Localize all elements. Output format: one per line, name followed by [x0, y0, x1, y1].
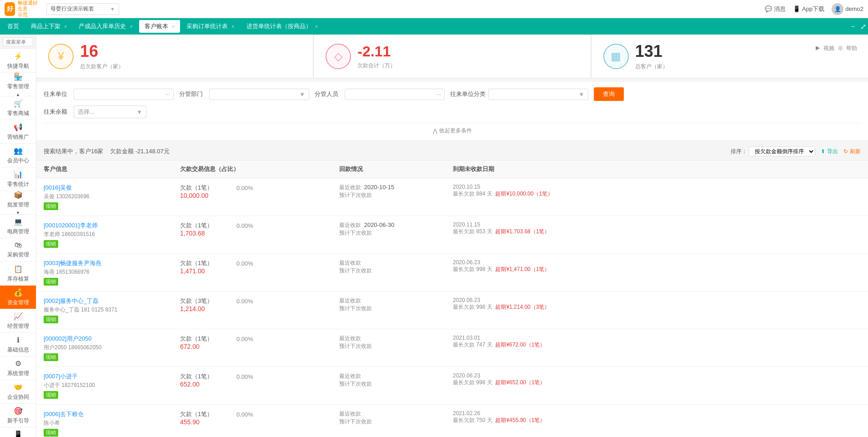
overdue-amount-link[interactable]: 超期¥672.00（1笔）	[495, 342, 545, 348]
customer-phone: 小进干 18279152100	[44, 382, 180, 389]
source-unit-input[interactable]	[74, 89, 162, 100]
tab-close-products-offline[interactable]: ×	[64, 24, 67, 29]
debt-cell: 欠款（1笔） 10,000.00 0.00%	[180, 184, 339, 199]
collection-cell: 最近收款 预计下次收款	[339, 410, 453, 426]
sidebar-item-system-mgmt[interactable]: ⚙ 系统管理	[0, 357, 36, 380]
overdue-amount-link[interactable]: 超期¥10,000.00（1笔）	[495, 191, 553, 197]
sidebar-item-retail-stats[interactable]: 📊 零售统计	[0, 167, 36, 191]
arrow-icon: ▲	[16, 92, 20, 97]
debt-cell: 欠款（1笔） 1,471.00 0.00%	[180, 259, 339, 275]
remaining-arrow-icon: ▼	[136, 109, 142, 116]
message-button[interactable]: 💬 消息	[765, 5, 786, 13]
inventory-icon: 📋	[14, 265, 23, 273]
tab-customer-account[interactable]: 客户账本 ×	[139, 20, 180, 33]
sidebar-item-purchase-mgmt[interactable]: 🛍 采购管理	[0, 238, 36, 262]
overdue-amount-link[interactable]: 超期¥1,214.00（3笔）	[495, 304, 550, 310]
sort-select[interactable]: 按欠款金额倒序排序	[749, 146, 815, 156]
refresh-button[interactable]: ↻ 刷新	[843, 148, 861, 156]
maximize-icon[interactable]: ⤢	[860, 22, 866, 31]
export-button[interactable]: ⬆ 导出	[821, 148, 838, 156]
tab-products-offline[interactable]: 商品上下架 ×	[25, 20, 72, 33]
user-avatar[interactable]: 👤 demo2	[832, 3, 863, 15]
collection-cell: 最近收款 2020-06-30 预计下次收款	[339, 221, 453, 237]
nav-tabs-bar: 首页 商品上下架 × 产成品入库单历史 × 客户账本 × 采购订单统计表 × 进…	[0, 18, 868, 35]
sidebar-item-inventory[interactable]: 📋 库存核算	[0, 262, 36, 286]
customer-link[interactable]: [0007]小进干	[44, 373, 78, 380]
marketing-icon: 📢	[14, 123, 23, 131]
debt-ratio: 0.00%	[236, 297, 253, 305]
tab-home[interactable]: 首页	[2, 20, 25, 33]
sidebar-item-ops-mgmt[interactable]: 📈 经营管理	[0, 309, 36, 333]
tab-close-customer-account[interactable]: ×	[172, 24, 175, 29]
sidebar-item-retail-mgmt[interactable]: 🏪 零售管理 ▲	[0, 73, 36, 96]
due-date-cell: 2021.03.01 最长欠款 747 天 超期¥672.00（1笔）	[453, 335, 861, 349]
collapse-bar[interactable]: ⋀ 收起更多条件	[44, 123, 861, 135]
app-download-button[interactable]: 📱 App下载	[793, 5, 824, 13]
minimize-icon[interactable]: －	[849, 22, 857, 31]
customer-link[interactable]: [0006]去下粮仓	[44, 411, 84, 417]
dept-arrow-icon: ▼	[299, 91, 305, 98]
stat-icon-total-customers: ▦	[602, 43, 630, 70]
customer-phone: 陈小希	[44, 419, 180, 427]
sidebar-item-wholesale-mgmt[interactable]: 📦 批发管理 ▼	[0, 191, 36, 215]
tab-purchase-order[interactable]: 采购订单统计表 ×	[181, 20, 240, 33]
overdue-amount-link[interactable]: 超期¥1,471.00（1笔）	[495, 266, 550, 272]
customer-tag: 现销	[44, 391, 58, 399]
debt-cell: 欠款（1笔） 1,703.68 0.00%	[180, 221, 339, 237]
sidebar-item-basic-info[interactable]: ℹ 基础信息	[0, 333, 36, 357]
store-selector[interactable]: 母婴行业演示账套 ▼	[46, 3, 119, 15]
customer-link[interactable]: [0001020001]李老师	[44, 222, 98, 229]
customer-info-cell: [0007]小进干 小进干 18279152100 现销	[44, 372, 180, 399]
new-guide-icon: 🎯	[14, 407, 23, 415]
debt-amount: 10,000.00	[180, 192, 226, 199]
customer-link[interactable]: [000002]用户2050	[44, 335, 92, 342]
customer-info-cell: [0001020001]李老师 李老师 18600391516 现销	[44, 221, 180, 248]
customer-link[interactable]: [0002]服务中心_丁磊	[44, 297, 99, 304]
person-input[interactable]	[345, 89, 433, 100]
query-button[interactable]: 查询	[594, 87, 624, 101]
basic-info-icon: ℹ	[17, 336, 20, 344]
wholesale-mgmt-icon: 📦	[14, 191, 23, 199]
data-table: 客户信息 欠款交易信息（占比） 回款情况 到期未收款日期 [0016]吴俊 吴俊…	[36, 161, 868, 437]
logo-icon: 好	[5, 2, 15, 16]
source-unit-dots[interactable]: ···	[162, 90, 173, 98]
remaining-select[interactable]: 选择... ▼	[74, 105, 146, 118]
sidebar-item-membership[interactable]: 👥 会员中心	[0, 144, 36, 167]
sidebar-item-app-center[interactable]: 📱 应用中心	[0, 427, 36, 437]
tab-close-purchase-order[interactable]: ×	[231, 24, 234, 29]
table-row: [0006]去下粮仓 陈小希 现销 欠款（1笔） 455.90 0.00% 最	[36, 405, 868, 437]
sidebar-item-ecommerce[interactable]: 💻 电商管理	[0, 215, 36, 238]
sidebar-item-new-guide[interactable]: 🎯 新手引导	[0, 404, 36, 427]
sidebar-item-marketing[interactable]: 📢 营销推广	[0, 120, 36, 144]
search-input[interactable]	[3, 37, 33, 46]
retail-mgmt-icon: 🏪	[14, 72, 23, 81]
stat-icon-debt: ◇	[325, 43, 352, 70]
sidebar-item-quick-nav[interactable]: ⚡ 快捷导航	[0, 49, 36, 73]
tab-product-history[interactable]: 产成品入库单历史 ×	[73, 20, 138, 33]
collection-cell: 最近收款 预计下次收款	[339, 259, 453, 275]
tab-import-stats[interactable]: 进货单统计表（按商品） ×	[241, 20, 323, 33]
overdue-amount-link[interactable]: 超期¥1,703.68（1笔）	[495, 228, 550, 235]
sidebar-item-enterprise[interactable]: 🤝 企业协同	[0, 380, 36, 404]
stat-label-customers: 总欠款客户（家）	[80, 63, 124, 70]
tab-close-import-stats[interactable]: ×	[315, 24, 318, 29]
system-mgmt-icon: ⚙	[15, 359, 21, 368]
dept-select[interactable]: ▼	[209, 89, 309, 100]
person-dots[interactable]: ···	[433, 90, 444, 98]
sidebar-item-finance-mgmt[interactable]: 💰 资金管理	[0, 286, 36, 309]
debt-ratio: 0.00%	[236, 335, 253, 342]
filter-row-2: 往来余额 选择... ▼	[44, 105, 861, 118]
customer-link[interactable]: [0003]畅捷服务尹海燕	[44, 260, 101, 266]
overdue-amount-link[interactable]: 超期¥455.90（1笔）	[495, 417, 545, 423]
tab-close-product-history[interactable]: ×	[130, 24, 132, 29]
collection-cell: 最近收款 预计下次收款	[339, 372, 453, 388]
sidebar-item-retail-mall[interactable]: 🛒 零售商城	[0, 96, 36, 120]
unit-category-select[interactable]: ▼	[488, 89, 588, 100]
customer-phone: 用户2050 18665062050	[44, 344, 180, 352]
customer-phone: 海燕 18513066976	[44, 268, 180, 276]
overdue-amount-link[interactable]: 超期¥652.00（1笔）	[495, 379, 545, 386]
collection-cell: 最近收款 预计下次收款	[339, 335, 453, 350]
debt-ratio: 0.00%	[236, 372, 253, 380]
customer-link[interactable]: [0016]吴俊	[44, 184, 72, 191]
table-row: [0003]畅捷服务尹海燕 海燕 18513066976 现销 欠款（1笔） 1…	[36, 254, 868, 291]
